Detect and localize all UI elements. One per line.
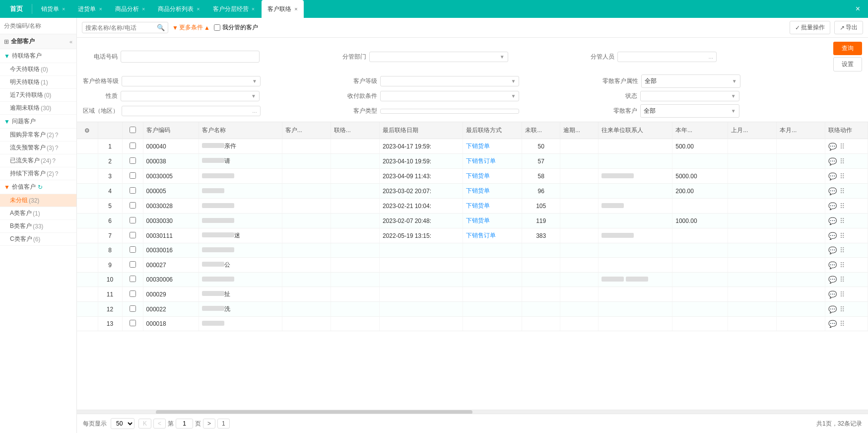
nav-sales[interactable]: 销货单 × — [35, 0, 71, 18]
sidebar-collapse-btn[interactable]: « — [69, 39, 72, 45]
close-customer-tier-tab[interactable]: × — [252, 6, 255, 12]
more-action-icon[interactable]: ⠿ — [840, 187, 845, 195]
nav-purchase[interactable]: 进货单 × — [72, 0, 108, 18]
filter-search-icon[interactable]: 🔍 — [157, 24, 165, 31]
more-conditions-btn[interactable]: ▼ 更多条件 ▲ — [172, 23, 210, 32]
sidebar-item-churned[interactable]: 已流失客户 (24) ? — [0, 154, 76, 167]
payment-select[interactable]: ▼ — [380, 91, 519, 101]
more-action-icon[interactable]: ⠿ — [840, 232, 845, 240]
value-customers-group[interactable]: ▼ 价值客户 ↻ — [0, 180, 76, 194]
nav-customer-tier[interactable]: 客户分层经营 × — [207, 0, 261, 18]
query-button[interactable]: 查询 — [833, 42, 862, 55]
nature-select[interactable]: ▼ — [121, 91, 260, 101]
row-checkbox[interactable] — [130, 246, 136, 253]
last-method-link[interactable]: 下销货单 — [466, 143, 490, 149]
more-action-icon[interactable]: ⠿ — [840, 261, 845, 269]
sidebar-item-7days[interactable]: 近7天待联络 (0) — [0, 89, 76, 102]
row-checkbox[interactable] — [130, 157, 136, 164]
sidebar-item-class-c[interactable]: C类客户 (6) — [0, 233, 76, 246]
retail-attr-select[interactable]: 全部 ▼ — [641, 74, 740, 88]
row-checkbox[interactable] — [130, 187, 136, 194]
more-action-icon[interactable]: ⠿ — [840, 143, 845, 150]
last-method-link[interactable]: 下销货单 — [466, 217, 490, 224]
price-tier-select[interactable]: ▼ — [122, 76, 261, 86]
all-customers-header[interactable]: ⊞ 全部客户 « — [0, 34, 76, 49]
last-method-link[interactable]: 下销货单 — [466, 202, 490, 209]
sidebar-item-overdue[interactable]: 逾期未联络 (30) — [0, 102, 76, 115]
more-action-icon[interactable]: ⠿ — [840, 172, 845, 180]
row-checkbox[interactable] — [130, 305, 136, 312]
region-select[interactable]: … — [122, 106, 261, 116]
row-checkbox[interactable] — [130, 261, 136, 268]
last-method-link[interactable]: 下销货单 — [466, 187, 490, 194]
chat-action-icon[interactable]: 💬 — [828, 305, 837, 313]
more-action-icon[interactable]: ⠿ — [840, 305, 845, 313]
sidebar-item-churn-warning[interactable]: 流失预警客户 (3) ? — [0, 142, 76, 154]
next-page-button[interactable]: > — [203, 419, 215, 429]
dept-select[interactable]: ▼ — [369, 52, 508, 62]
nav-goods-analysis[interactable]: 商品分析 × — [109, 0, 151, 18]
chat-action-icon[interactable]: 💬 — [828, 172, 837, 180]
row-checkbox[interactable] — [130, 143, 136, 149]
chat-action-icon[interactable]: 💬 — [828, 232, 837, 240]
chat-action-icon[interactable]: 💬 — [828, 143, 837, 150]
page-number-input[interactable] — [176, 419, 193, 429]
col-settings[interactable]: ⚙ — [77, 122, 98, 139]
more-action-icon[interactable]: ⠿ — [840, 246, 845, 254]
customer-type-select[interactable] — [380, 109, 519, 114]
close-goods-analysis-list-tab[interactable]: × — [197, 6, 200, 12]
horizontal-scrollbar[interactable] — [77, 410, 868, 414]
scrollbar-thumb[interactable] — [156, 410, 472, 414]
sidebar-item-tomorrow[interactable]: 明天待联络 (1) — [0, 76, 76, 89]
chat-action-icon[interactable]: 💬 — [828, 290, 837, 298]
prev-page-button[interactable]: < — [153, 419, 166, 429]
row-checkbox[interactable] — [130, 172, 136, 179]
row-checkbox[interactable] — [130, 276, 136, 282]
last-page-button[interactable]: 1 — [217, 419, 230, 429]
last-method-link[interactable]: 下销售订单 — [466, 232, 496, 239]
close-purchase-tab[interactable]: × — [99, 6, 102, 12]
problem-customers-group[interactable]: ▼ 问题客户 — [0, 115, 76, 129]
chat-action-icon[interactable]: 💬 — [828, 261, 837, 269]
chat-action-icon[interactable]: 💬 — [828, 187, 837, 195]
more-action-icon[interactable]: ⠿ — [840, 290, 845, 298]
sidebar-item-hoarding[interactable]: 囤购异常客户 (2) ? — [0, 129, 76, 142]
status-select[interactable]: ▼ — [640, 91, 739, 101]
nav-home[interactable]: 首页 — [4, 0, 29, 18]
batch-operations-button[interactable]: ✓ 批量操作 — [790, 21, 830, 34]
chat-action-icon[interactable]: 💬 — [828, 276, 837, 284]
retail-customer-select[interactable]: 全部 ▼ — [640, 104, 739, 118]
row-checkbox[interactable] — [130, 202, 136, 209]
pending-contact-group[interactable]: ▼ 待联络客户 — [0, 49, 76, 63]
sidebar-item-declining[interactable]: 持续下滑客户 (2) ? — [0, 167, 76, 180]
more-action-icon[interactable]: ⠿ — [840, 217, 845, 225]
close-goods-analysis-tab[interactable]: × — [142, 6, 145, 12]
person-select[interactable]: … — [617, 52, 717, 62]
export-button[interactable]: ↗ 导出 — [834, 21, 863, 34]
refresh-icon[interactable]: ↻ — [38, 184, 43, 191]
page-size-select[interactable]: 50 — [111, 418, 134, 429]
row-checkbox[interactable] — [130, 320, 136, 326]
row-checkbox[interactable] — [130, 290, 136, 297]
my-customers-checkbox[interactable] — [214, 24, 220, 31]
more-action-icon[interactable]: ⠿ — [840, 320, 845, 328]
my-customers-filter[interactable]: 我分管的客户 — [214, 23, 258, 32]
sidebar-item-class-b[interactable]: B类客户 (33) — [0, 220, 76, 233]
chat-action-icon[interactable]: 💬 — [828, 202, 837, 210]
close-sales-tab[interactable]: × — [62, 6, 65, 12]
sidebar-search-input[interactable] — [4, 22, 77, 29]
nav-goods-analysis-list[interactable]: 商品分析列表 × — [152, 0, 205, 18]
more-action-icon[interactable]: ⠿ — [840, 157, 845, 165]
customer-tier-select[interactable]: ▼ — [380, 76, 519, 86]
chat-action-icon[interactable]: 💬 — [828, 157, 837, 165]
row-checkbox[interactable] — [130, 232, 136, 238]
chat-action-icon[interactable]: 💬 — [828, 246, 837, 254]
window-close-button[interactable]: × — [852, 4, 864, 13]
select-all-checkbox[interactable] — [130, 127, 136, 133]
search-input[interactable] — [85, 24, 155, 31]
more-action-icon[interactable]: ⠿ — [840, 276, 845, 284]
more-action-icon[interactable]: ⠿ — [840, 202, 845, 210]
sidebar-item-unclassified[interactable]: 未分组 (32) — [0, 194, 76, 207]
nav-customer-contact[interactable]: 客户联络 × — [262, 0, 303, 18]
phone-input[interactable] — [121, 51, 260, 63]
